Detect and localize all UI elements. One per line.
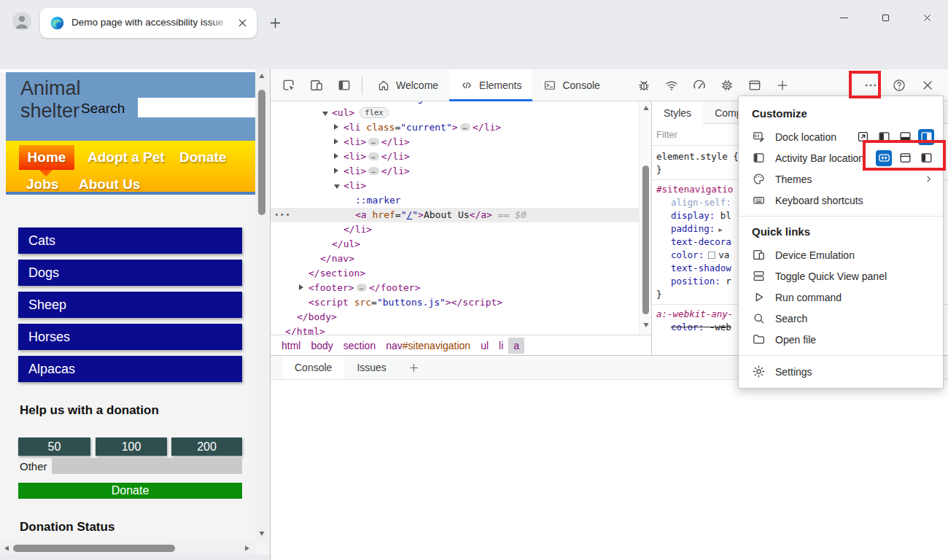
dock-right-icon[interactable] xyxy=(918,129,934,145)
dom-tree-row[interactable]: <li class="current">…</li> xyxy=(271,120,639,135)
collapsed-content-icon[interactable]: … xyxy=(368,152,378,160)
color-swatch[interactable] xyxy=(708,252,715,259)
help-icon[interactable] xyxy=(886,74,912,97)
browser-tab[interactable]: Demo page with accessibility issue xyxy=(40,8,257,38)
menu-item-keyboard-shortcuts[interactable]: Keyboard shortcuts xyxy=(739,190,943,211)
close-icon[interactable] xyxy=(914,74,941,97)
animal-button-cats[interactable]: Cats xyxy=(18,228,242,254)
menu-item-settings[interactable]: Settings xyxy=(739,361,943,382)
animal-button-horses[interactable]: Horses xyxy=(18,324,242,350)
act-side-icon[interactable] xyxy=(918,150,934,166)
breadcrumb-item-html[interactable]: html xyxy=(276,338,306,354)
dom-tree-row[interactable]: <footer>…</footer> xyxy=(271,281,639,295)
act-horiz-icon[interactable] xyxy=(876,150,892,166)
performance-icon[interactable] xyxy=(685,74,713,97)
dom-tree-row[interactable]: </nav> xyxy=(271,252,639,266)
dom-tree-row[interactable]: ::marker xyxy=(271,193,639,208)
tab-close-icon[interactable] xyxy=(236,17,249,29)
collapsed-content-icon[interactable]: … xyxy=(460,123,470,131)
menu-item-activity-bar-location[interactable]: Activity Bar location xyxy=(739,147,943,168)
expand-arrow-icon[interactable] xyxy=(299,284,306,290)
expand-arrow-icon[interactable] xyxy=(322,112,328,119)
expand-arrow-icon[interactable] xyxy=(334,139,341,144)
animal-button-alpacas[interactable]: Alpacas xyxy=(18,356,242,382)
scroll-up-icon[interactable] xyxy=(641,103,651,113)
animal-button-dogs[interactable]: Dogs xyxy=(18,260,242,286)
menu-item-toggle-quick-view-panel[interactable]: Toggle Quick View panel xyxy=(739,265,943,287)
dom-scroll-thumb[interactable] xyxy=(642,166,649,314)
collapsed-content-icon[interactable]: … xyxy=(368,167,378,175)
drawer-tab-console[interactable]: Console xyxy=(282,356,344,379)
scroll-right-icon[interactable] xyxy=(242,543,252,553)
collapsed-content-icon[interactable]: … xyxy=(368,138,378,146)
animal-button-sheep[interactable]: Sheep xyxy=(18,292,242,318)
horizontal-scroll-thumb[interactable] xyxy=(13,545,175,552)
dom-tree-row[interactable]: </section> xyxy=(271,266,639,281)
nav-link-jobs[interactable]: Jobs xyxy=(26,176,58,192)
scroll-down-icon[interactable] xyxy=(257,529,267,539)
act-top-icon[interactable] xyxy=(897,150,913,166)
collapsed-content-icon[interactable]: … xyxy=(357,284,367,292)
breadcrumb-item-a[interactable]: a xyxy=(508,338,524,354)
expand-arrow-icon[interactable] xyxy=(334,124,341,130)
donate-button[interactable]: Donate xyxy=(18,483,242,499)
menu-item-dock-location[interactable]: Dock location xyxy=(739,126,943,147)
dom-tree-row[interactable]: •••<a href="/">About Us</a> == $0 xyxy=(271,208,639,222)
styles-tab-styles[interactable]: Styles xyxy=(652,101,703,124)
dom-tree-row[interactable]: </ul> xyxy=(271,237,639,252)
dom-tree-row[interactable]: <li> xyxy=(271,179,639,193)
vertical-scroll-thumb[interactable] xyxy=(258,90,265,215)
dock-left-icon[interactable] xyxy=(876,129,892,145)
issues-bug-icon[interactable] xyxy=(630,74,658,97)
expand-arrow-icon[interactable] xyxy=(334,184,340,192)
menu-item-run-command[interactable]: Run command xyxy=(739,287,943,308)
page-horizontal-scrollbar[interactable] xyxy=(0,542,255,555)
scroll-down-icon[interactable] xyxy=(641,320,651,330)
donation-amount-200[interactable]: 200 xyxy=(171,438,242,456)
menu-item-themes[interactable]: Themes xyxy=(739,168,943,190)
dom-tree-row[interactable]: <script src="buttons.js"></script> xyxy=(271,295,639,310)
window-maximize-button[interactable] xyxy=(865,0,906,35)
donation-amount-100[interactable]: 100 xyxy=(96,438,167,456)
breadcrumb-item-nav[interactable]: nav#sitenavigation xyxy=(381,338,475,354)
other-amount-input[interactable] xyxy=(52,458,242,474)
search-input[interactable] xyxy=(138,98,257,117)
nav-link-about-us[interactable]: About Us xyxy=(79,176,140,192)
page-vertical-scrollbar[interactable] xyxy=(255,69,268,542)
dom-tree-row[interactable]: <li>…</li> xyxy=(271,135,639,149)
dom-tree-row[interactable]: <li>…</li> xyxy=(271,149,639,164)
donation-amount-50[interactable]: 50 xyxy=(18,438,90,456)
activity-bar-icon[interactable] xyxy=(330,74,358,97)
customize-more-icon[interactable] xyxy=(858,74,884,97)
nav-link-adopt-a-pet[interactable]: Adopt a Pet xyxy=(88,149,165,166)
undock-icon[interactable] xyxy=(855,129,871,145)
menu-item-search[interactable]: Search xyxy=(739,308,943,329)
breadcrumb-item-li[interactable]: li xyxy=(494,338,508,354)
menu-item-open-file[interactable]: Open file xyxy=(739,329,943,350)
dock-bottom-icon[interactable] xyxy=(897,129,913,145)
row-menu-dots-icon[interactable]: ••• xyxy=(274,208,291,222)
expand-arrow-icon[interactable] xyxy=(334,168,341,174)
window-minimize-button[interactable] xyxy=(823,0,865,35)
breadcrumb-item-section[interactable]: section xyxy=(338,338,381,354)
breadcrumb-item-ul[interactable]: ul xyxy=(475,338,494,354)
dom-tree-row[interactable]: <li>…</li> xyxy=(271,164,639,179)
drawer-tab-issues[interactable]: Issues xyxy=(344,356,398,379)
nav-link-home[interactable]: Home xyxy=(19,145,74,170)
nav-link-donate[interactable]: Donate xyxy=(179,149,226,166)
profile-avatar-icon[interactable] xyxy=(12,11,32,31)
inspect-icon[interactable] xyxy=(275,74,303,97)
devtools-tab-console[interactable]: Console xyxy=(532,69,610,101)
expand-arrow-icon[interactable] xyxy=(311,101,316,104)
device-emulation-icon[interactable] xyxy=(303,74,330,97)
add-drawer-tab-icon[interactable] xyxy=(403,357,425,378)
menu-item-device-emulation[interactable]: Device Emulation xyxy=(739,244,943,265)
expand-arrow-icon[interactable] xyxy=(334,153,341,159)
dom-tree-scrollbar[interactable] xyxy=(639,101,651,335)
dom-tree-row[interactable]: </body> xyxy=(271,310,639,324)
devtools-tab-elements[interactable]: Elements xyxy=(449,69,532,101)
application-icon[interactable] xyxy=(741,74,769,97)
scroll-left-icon[interactable] xyxy=(1,543,12,553)
more-tools-icon[interactable] xyxy=(769,74,796,97)
new-tab-button[interactable] xyxy=(268,15,283,31)
